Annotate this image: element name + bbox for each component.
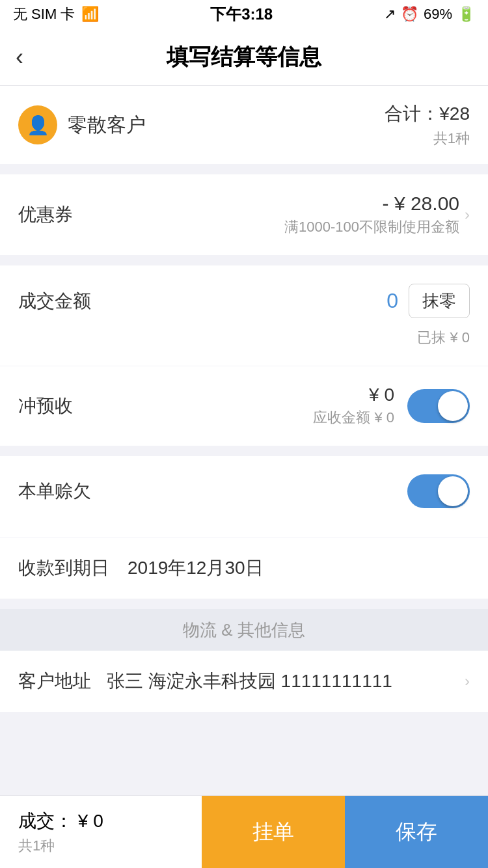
customer-right: 合计：¥28 共1种 (385, 102, 470, 148)
address-arrow-icon: › (465, 672, 470, 690)
status-right: ↗ ⏰ 69% 🔋 (384, 6, 475, 23)
coupon-label: 优惠券 (18, 202, 73, 227)
transaction-row: 成交金额 0 抹零 已抹 ¥ 0 (0, 265, 488, 366)
main-content: 👤 零散客户 合计：¥28 共1种 优惠券 - ¥ 28.00 满1000-10… (0, 86, 488, 868)
bottom-trans-value: ¥ 0 (78, 811, 103, 831)
hang-label: 挂单 (252, 818, 294, 847)
nav-bar: ‹ 填写结算等信息 (0, 29, 488, 86)
coupon-card: 优惠券 - ¥ 28.00 满1000-100不限制使用金额 › (0, 174, 488, 255)
back-button[interactable]: ‹ (16, 44, 23, 71)
coupon-desc: 满1000-100不限制使用金额 (284, 217, 459, 237)
customer-name: 零散客户 (68, 112, 146, 139)
prereceive-sub: 应收金额 ¥ 0 (313, 408, 394, 427)
logistics-divider: 物流 & 其他信息 (0, 609, 488, 651)
status-time: 下午3:18 (210, 4, 273, 25)
debt-label: 本单赊欠 (18, 479, 91, 504)
coupon-arrow-icon: › (465, 206, 470, 224)
address-card: 客户地址 张三 海淀永丰科技园 11111111111 › (0, 651, 488, 712)
coupon-values: - ¥ 28.00 满1000-100不限制使用金额 (284, 193, 459, 237)
bottom-info: 成交： ¥ 0 共1种 (0, 809, 202, 856)
debt-row: 本单赊欠 (0, 456, 488, 526)
customer-card: 👤 零散客户 合计：¥28 共1种 (0, 86, 488, 164)
bottom-count: 共1种 (18, 836, 183, 856)
address-label: 客户地址 (18, 669, 91, 694)
debt-card: 本单赊欠 收款到期日 2019年12月30日 (0, 456, 488, 599)
battery-icon: 🔋 (457, 6, 475, 23)
transaction-sub-wrapper: 已抹 ¥ 0 (18, 326, 470, 347)
debt-toggle-knob (438, 476, 468, 506)
toggle-knob (438, 391, 468, 421)
hang-button[interactable]: 挂单 (202, 796, 345, 869)
prereceive-amount: ¥ 0 (313, 385, 394, 405)
amount-row: 成交金额 0 抹零 (18, 284, 470, 318)
status-left: 无 SIM 卡 📶 (13, 5, 99, 24)
page-title: 填写结算等信息 (167, 42, 321, 72)
coupon-row[interactable]: 优惠券 - ¥ 28.00 满1000-100不限制使用金额 › (0, 174, 488, 255)
bottom-trans-label: 成交： (18, 811, 73, 831)
transaction-value: 0 (386, 289, 398, 313)
customer-left: 👤 零散客户 (18, 105, 146, 144)
location-icon: ↗ (384, 6, 396, 23)
debt-toggle[interactable] (407, 474, 470, 508)
customer-row: 👤 零散客户 合计：¥28 共1种 (0, 86, 488, 164)
duedate-label: 收款到期日 (18, 556, 109, 580)
wifi-icon: 📶 (81, 6, 99, 23)
customer-total: 合计：¥28 (385, 102, 470, 126)
avatar-icon: 👤 (27, 115, 49, 136)
address-value: 张三 海淀永丰科技园 11111111111 (107, 669, 465, 694)
prereceive-label: 冲预收 (18, 394, 73, 418)
carrier-text: 无 SIM 卡 (13, 5, 75, 24)
customer-avatar: 👤 (18, 105, 57, 144)
spacer (0, 722, 488, 800)
coupon-amount: - ¥ 28.00 (284, 193, 459, 215)
prereceive-toggle[interactable] (407, 389, 470, 423)
duedate-value: 2019年12月30日 (128, 556, 264, 580)
transaction-right: 0 抹零 (386, 284, 470, 318)
transaction-sub: 已抹 ¥ 0 (417, 329, 470, 346)
round-button[interactable]: 抹零 (409, 284, 470, 318)
transaction-card: 成交金额 0 抹零 已抹 ¥ 0 冲预收 ¥ 0 应收金额 ¥ 0 (0, 265, 488, 446)
bottom-trans: 成交： ¥ 0 (18, 809, 183, 834)
duedate-row: 收款到期日 2019年12月30日 (0, 537, 488, 599)
save-button[interactable]: 保存 (345, 796, 488, 869)
transaction-label: 成交金额 (18, 289, 91, 314)
bottom-bar: 成交： ¥ 0 共1种 挂单 保存 (0, 795, 488, 868)
save-label: 保存 (396, 818, 437, 847)
coupon-right: - ¥ 28.00 满1000-100不限制使用金额 › (284, 193, 470, 237)
battery-text: 69% (424, 6, 452, 23)
customer-count: 共1种 (385, 129, 470, 148)
logistics-label: 物流 & 其他信息 (183, 619, 305, 642)
prereceive-row: 冲预收 ¥ 0 应收金额 ¥ 0 (0, 366, 488, 446)
prereceive-right: ¥ 0 应收金额 ¥ 0 (313, 385, 470, 427)
status-bar: 无 SIM 卡 📶 下午3:18 ↗ ⏰ 69% 🔋 (0, 0, 488, 29)
address-row[interactable]: 客户地址 张三 海淀永丰科技园 11111111111 › (0, 651, 488, 712)
alarm-icon: ⏰ (401, 6, 418, 23)
prereceive-values: ¥ 0 应收金额 ¥ 0 (313, 385, 394, 427)
